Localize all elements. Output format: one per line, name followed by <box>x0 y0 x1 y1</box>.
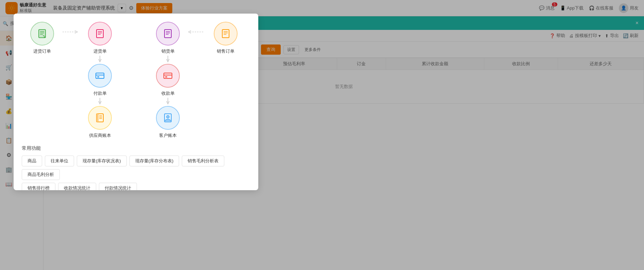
common-functions-title: 常用功能 <box>43 145 250 151</box>
svg-rect-5 <box>97 30 103 38</box>
svg-rect-20 <box>96 73 104 78</box>
purchase-bill-label: 进货单 <box>93 48 107 54</box>
receipt-bill-label: 收款单 <box>161 90 175 96</box>
sales-order-icon <box>214 22 238 46</box>
flow-diagram: 进货订单 进货单 <box>43 22 250 139</box>
func-btn-payment-stats[interactable]: 付款情况统计 <box>99 183 137 190</box>
func-btn-inventory-status[interactable]: 现存量(库存状况表) <box>77 156 127 166</box>
svg-point-34 <box>167 115 169 118</box>
svg-rect-25 <box>165 76 167 77</box>
svg-rect-23 <box>164 73 172 78</box>
purchase-order-icon <box>43 22 54 46</box>
modal-dialog: 进货订单 进货单 <box>43 16 258 190</box>
svg-rect-29 <box>97 114 99 122</box>
svg-rect-9 <box>164 30 171 38</box>
flow-row-2: 付款单 收款单 <box>43 64 250 96</box>
content-area: 首页 销售订单执行表 × × ❓ 帮助 🖨 按模板打印 ▾ <box>43 16 644 270</box>
flow-node-receipt-bill[interactable]: 收款单 <box>147 64 188 96</box>
arrow-sales-order-to-bill <box>188 22 205 35</box>
func-btn-sales-ranking[interactable]: 销售排行榜 <box>43 183 55 190</box>
svg-rect-22 <box>97 76 99 77</box>
func-btn-receipt-stats[interactable]: 收款情况统计 <box>58 183 96 190</box>
flow-node-purchase-bill[interactable]: 进货单 <box>80 22 120 54</box>
flow-node-purchase-order[interactable]: 进货订单 <box>43 22 63 54</box>
flow-node-sales-order[interactable]: 销售订单 <box>205 22 246 54</box>
flow-node-customer-ledger[interactable]: 客户账本 <box>147 106 188 139</box>
receipt-bill-icon <box>156 64 180 88</box>
func-btn-sales-gross-analysis[interactable]: 销售毛利分析表 <box>182 156 224 166</box>
function-buttons-row1: 商品 往来单位 现存量(库存状况表) 现存量(库存分布表) 销售毛利分析表 商品… <box>43 156 250 180</box>
svg-rect-14 <box>222 30 229 38</box>
flow-node-sales-bill[interactable]: 销货单 <box>147 22 188 54</box>
flow-node-payment-bill[interactable]: 付款单 <box>80 64 120 96</box>
flow-row-arrows-down2 <box>43 98 250 105</box>
customer-ledger-label: 客户账本 <box>159 132 177 139</box>
arrow-down-receipt <box>147 98 188 105</box>
arrow-down-payment <box>80 98 120 105</box>
main-area: 🔍 搜索菜单 🏠 快捷导航 📢 营销推广 🛒 销售管理 📦 <box>0 16 644 270</box>
supplier-ledger-label: 供应商账本 <box>89 132 111 139</box>
arrow-purchase-to-bill <box>63 22 80 35</box>
flow-row-arrows-down <box>43 56 250 62</box>
payment-bill-label: 付款单 <box>93 90 107 96</box>
sales-bill-icon <box>156 22 180 46</box>
arrow-down-purchase <box>80 56 120 62</box>
func-btn-inventory-dist[interactable]: 现存量(库存分布表) <box>129 156 179 166</box>
flow-node-supplier-ledger[interactable]: 供应商账本 <box>80 106 120 139</box>
purchase-order-label: 进货订单 <box>43 48 51 54</box>
supplier-ledger-icon <box>88 106 112 130</box>
payment-bill-icon <box>88 64 112 88</box>
flow-row-1: 进货订单 进货单 <box>43 22 250 54</box>
sales-bill-label: 销货单 <box>161 48 175 54</box>
func-btn-contacts[interactable]: 往来单位 <box>45 156 74 166</box>
modal-overlay[interactable]: 进货订单 进货单 <box>43 16 644 270</box>
common-functions-section: 常用功能 商品 往来单位 现存量(库存状况表) 现存量(库存分布表) 销售毛利分… <box>43 145 250 190</box>
purchase-bill-icon <box>88 22 112 46</box>
func-btn-product-gross-analysis[interactable]: 商品毛利分析 <box>43 169 60 180</box>
arrow-down-sales <box>147 56 188 62</box>
flow-row-3: 供应商账本 客户账本 <box>43 106 250 139</box>
customer-ledger-icon <box>156 106 180 130</box>
function-buttons-row2: 销售排行榜 收款情况统计 付款情况统计 <box>43 183 250 190</box>
sales-order-label: 销售订单 <box>217 48 234 54</box>
